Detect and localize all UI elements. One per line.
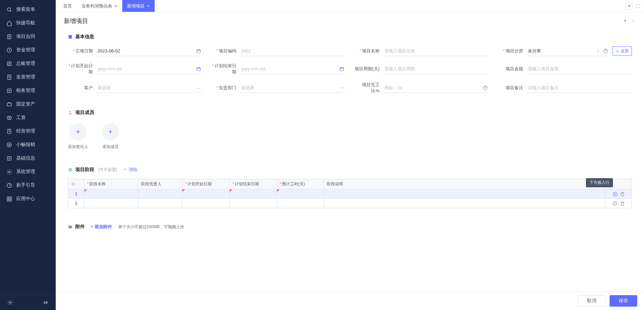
clear-link[interactable]: 清除 — [123, 167, 137, 173]
sidebar-item-label: 新手引导 — [16, 182, 35, 188]
plan-start-input[interactable] — [96, 64, 202, 74]
cell-plan-start[interactable] — [182, 199, 230, 208]
tab[interactable]: 新增项目✕ — [122, 0, 155, 12]
cell-phase-name[interactable] — [84, 189, 138, 199]
plan-end-input[interactable] — [240, 64, 345, 74]
add-row-icon[interactable] — [613, 192, 617, 196]
doc-icon — [68, 34, 73, 39]
salary-icon — [6, 115, 12, 121]
sidebar-item-wallet[interactable]: 资金管理 — [0, 43, 56, 57]
sidebar-item-label: 经营管理 — [16, 128, 35, 134]
sidebar-item-info[interactable]: 基础信息 — [0, 151, 56, 165]
chevron-down-icon[interactable] — [595, 48, 601, 54]
help-icon[interactable] — [483, 85, 488, 91]
delete-row-icon[interactable] — [620, 192, 625, 196]
sidebar-item-label: 系统管理 — [16, 169, 35, 175]
calendar-icon[interactable] — [196, 66, 201, 72]
svg-rect-29 — [69, 170, 72, 171]
system-icon — [6, 169, 12, 175]
complete-pct-input[interactable] — [383, 83, 489, 93]
close-all-icon[interactable]: ✕ — [626, 3, 633, 9]
chevron-down-icon[interactable] — [339, 85, 344, 91]
section-title: 附件 — [75, 224, 85, 230]
sidebar-item-ledger[interactable]: 总账管理 — [0, 57, 56, 70]
department-select[interactable] — [240, 83, 345, 93]
svg-rect-6 — [7, 103, 11, 106]
delete-row-icon[interactable] — [620, 201, 625, 206]
gear-column-header[interactable] — [68, 179, 84, 189]
customer-select[interactable] — [96, 83, 202, 93]
label-plan-end: 计划结束日期 — [211, 63, 240, 75]
tab[interactable]: 业务利润预估表✕ — [77, 0, 122, 12]
col-est-hours: 预计工时(天) — [277, 179, 324, 189]
sidebar-item-salary[interactable]: 工资 — [0, 111, 56, 124]
section-phases: 项目阶段 (可不设置) 清除 下方插入行 — [60, 161, 640, 214]
project-code-input[interactable] — [240, 46, 345, 56]
sidebar-item-guide[interactable]: 新手引导 — [0, 178, 56, 192]
more-icon[interactable]: ··· — [196, 85, 201, 91]
cell-plan-start[interactable] — [182, 189, 230, 199]
gear-icon[interactable] — [7, 300, 13, 305]
calendar-icon[interactable] — [339, 66, 344, 72]
sidebar-item-label: 快捷导航 — [16, 20, 35, 26]
cell-phase-name[interactable] — [84, 199, 138, 208]
close-icon[interactable]: ✕ — [147, 4, 150, 8]
sidebar-item-apps[interactable]: 应用中心 — [0, 192, 56, 206]
sidebar-item-label: 应用中心 — [16, 196, 35, 202]
project-name-input[interactable] — [383, 46, 489, 56]
sidebar-item-home[interactable]: 快捷导航 — [0, 16, 56, 30]
prev-arrow-icon[interactable] — [623, 19, 628, 23]
next-arrow-icon[interactable] — [631, 19, 636, 23]
cell-est-hours[interactable] — [277, 199, 324, 208]
help-icon[interactable] — [603, 48, 608, 54]
cell-plan-end[interactable] — [230, 189, 277, 199]
sidebar-item-reimburse[interactable]: 小畅报销 — [0, 138, 56, 151]
info-icon — [6, 155, 12, 161]
cell-est-hours[interactable] — [277, 189, 324, 199]
folder-icon — [68, 224, 73, 229]
optional-hint: (可不设置) — [98, 167, 117, 173]
cell-phase-desc[interactable] — [324, 189, 606, 199]
cell-phase-owner[interactable] — [138, 199, 182, 208]
sidebar-item-doc[interactable]: 项目合同 — [0, 30, 56, 43]
sidebar-item-invoice[interactable]: 发票管理 — [0, 70, 56, 84]
sidebar-item-search[interactable]: 搜索菜单 — [0, 3, 56, 16]
tab[interactable]: 首页 — [58, 0, 77, 12]
add-row-icon[interactable] — [613, 201, 617, 206]
close-icon[interactable]: ✕ — [114, 4, 118, 8]
search-icon — [6, 6, 12, 13]
add-owner-button[interactable]: + 添加责任人 — [68, 123, 88, 150]
setting-button[interactable]: 设置 — [612, 46, 632, 56]
sidebar-item-biz[interactable]: 经营管理 — [0, 124, 56, 138]
svg-rect-20 — [197, 50, 200, 53]
save-button[interactable]: 保存 — [610, 295, 637, 307]
cell-phase-desc[interactable] — [324, 199, 606, 208]
establish-date-input[interactable] — [96, 46, 202, 56]
calendar-icon[interactable] — [196, 48, 201, 54]
sidebar-item-label: 税务管理 — [16, 88, 35, 94]
sidebar-item-asset[interactable]: 固定资产 — [0, 97, 56, 111]
collapse-icon[interactable] — [43, 300, 48, 305]
period-input[interactable] — [383, 64, 489, 74]
guide-icon — [6, 182, 12, 188]
sidebar-item-tax[interactable]: 税务管理 — [0, 84, 56, 97]
expand-icon[interactable]: ⛶ — [635, 3, 641, 9]
sidebar-item-label: 搜索菜单 — [16, 6, 35, 13]
section-basic: 基本信息 立项日期 项目编码 — [60, 28, 640, 99]
sidebar-item-label: 发票管理 — [16, 74, 35, 80]
cell-plan-end[interactable] — [230, 199, 277, 208]
add-member-button[interactable]: + 添加成员 — [102, 123, 119, 150]
add-attachment-link[interactable]: + 添加附件 — [91, 224, 112, 230]
table-row[interactable]: 1 — [68, 189, 632, 199]
svg-rect-19 — [69, 35, 72, 39]
user-icon — [68, 110, 73, 115]
table-row[interactable]: 2 — [68, 199, 632, 208]
plus-icon: + — [102, 123, 119, 141]
amount-input[interactable] — [526, 64, 632, 74]
cell-phase-owner[interactable] — [138, 189, 182, 199]
sidebar-item-system[interactable]: 系统管理 — [0, 165, 56, 178]
remark-input[interactable] — [526, 83, 632, 93]
cancel-button[interactable]: 取消 — [578, 295, 606, 307]
col-phase-owner: 阶段负责人 — [138, 179, 182, 189]
svg-rect-11 — [7, 156, 11, 160]
